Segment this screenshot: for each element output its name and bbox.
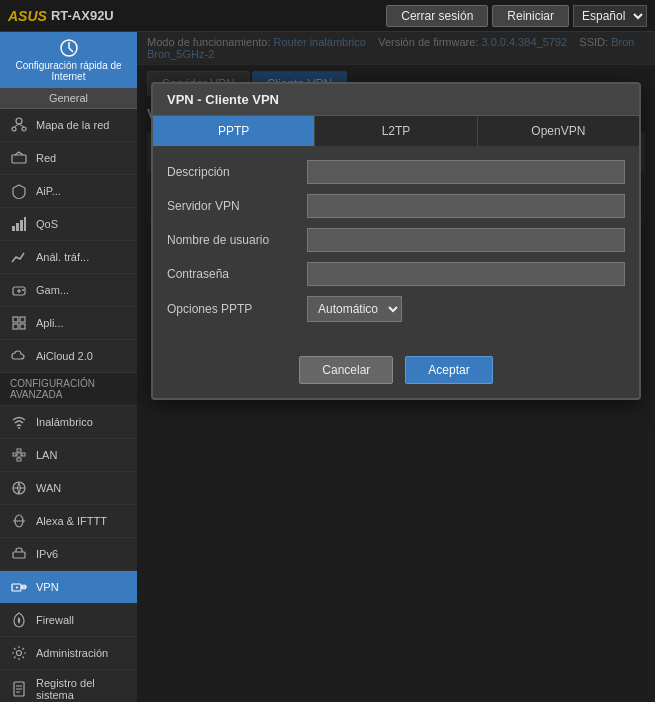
svg-rect-23 xyxy=(17,458,21,461)
sidebar-item-ipv6[interactable]: IPv6 xyxy=(0,538,137,571)
svg-rect-6 xyxy=(12,155,26,163)
modal-overlay: VPN - Cliente VPN PPTP L2TP OpenVPN Desc… xyxy=(137,32,655,702)
label-nombre-usuario: Nombre de usuario xyxy=(167,233,307,247)
label-servidor-vpn: Servidor VPN xyxy=(167,199,307,213)
svg-rect-22 xyxy=(17,449,21,452)
qos-icon xyxy=(10,215,28,233)
label-opciones-pptp: Opciones PPTP xyxy=(167,302,307,316)
protocol-tabs: PPTP L2TP OpenVPN xyxy=(153,116,639,146)
chart-icon xyxy=(10,248,28,266)
wan-icon xyxy=(10,479,28,497)
sidebar-label-alexa: Alexa & IFTTT xyxy=(36,515,107,527)
sidebar-item-alexa[interactable]: Alexa & IFTTT xyxy=(0,505,137,538)
sidebar-item-wan[interactable]: WAN xyxy=(0,472,137,505)
input-servidor-vpn[interactable] xyxy=(307,194,625,218)
svg-rect-16 xyxy=(20,317,25,322)
label-descripcion: Descripción xyxy=(167,165,307,179)
sidebar-item-aplicaciones[interactable]: Apli... xyxy=(0,307,137,340)
vpn-icon xyxy=(10,578,28,596)
svg-line-4 xyxy=(14,124,19,127)
sidebar-item-firewall[interactable]: Firewall xyxy=(0,604,137,637)
sidebar-general[interactable]: General xyxy=(0,88,137,109)
sidebar-item-registro[interactable]: Registro del sistema xyxy=(0,670,137,702)
svg-rect-7 xyxy=(12,226,15,231)
logout-button[interactable]: Cerrar sesión xyxy=(386,5,488,27)
accept-button[interactable]: Aceptar xyxy=(405,356,492,384)
vpn-modal: VPN - Cliente VPN PPTP L2TP OpenVPN Desc… xyxy=(151,82,641,400)
form-row-contrasena: Contraseña xyxy=(167,262,625,286)
svg-rect-18 xyxy=(20,324,25,329)
input-descripcion[interactable] xyxy=(307,160,625,184)
sidebar-label-qos: QoS xyxy=(36,218,58,230)
svg-point-36 xyxy=(17,651,22,656)
svg-rect-32 xyxy=(13,552,25,558)
protocol-tab-pptp[interactable]: PPTP xyxy=(153,116,315,146)
cancel-button[interactable]: Cancelar xyxy=(299,356,393,384)
asus-logo: ASUS xyxy=(8,8,47,24)
header: ASUS RT-AX92U Cerrar sesión Reiniciar Es… xyxy=(0,0,655,32)
input-nombre-usuario[interactable] xyxy=(307,228,625,252)
svg-point-19 xyxy=(18,427,20,429)
svg-rect-9 xyxy=(20,220,23,231)
apps-icon xyxy=(10,314,28,332)
sidebar-label-ipv6: IPv6 xyxy=(36,548,58,560)
shield-icon xyxy=(10,182,28,200)
log-icon xyxy=(10,680,28,698)
svg-point-3 xyxy=(22,127,26,131)
sidebar-item-gaming[interactable]: Gam... xyxy=(0,274,137,307)
sidebar-label-lan: LAN xyxy=(36,449,57,461)
network-icon xyxy=(10,149,28,167)
model-name: RT-AX92U xyxy=(51,8,114,23)
ipv6-icon xyxy=(10,545,28,563)
sidebar: Configuración rápida de Internet General… xyxy=(0,32,137,702)
network-map-icon xyxy=(10,116,28,134)
modal-form: Descripción Servidor VPN Nombre de usuar… xyxy=(153,146,639,346)
sidebar-item-aicloud[interactable]: AiCloud 2.0 xyxy=(0,340,137,373)
sidebar-label-aicloud: AiCloud 2.0 xyxy=(36,350,93,362)
protocol-tab-l2tp[interactable]: L2TP xyxy=(315,116,477,146)
protocol-tab-openvpn[interactable]: OpenVPN xyxy=(478,116,639,146)
modal-title: VPN - Cliente VPN xyxy=(153,84,639,116)
form-row-descripcion: Descripción xyxy=(167,160,625,184)
select-opciones-pptp[interactable]: Automático MPPE 128 MPPE 40 Sin MPPE xyxy=(307,296,402,322)
logo: ASUS RT-AX92U xyxy=(8,8,114,24)
firewall-icon xyxy=(10,611,28,629)
sidebar-label-red: Red xyxy=(36,152,56,164)
wifi-icon xyxy=(10,413,28,431)
svg-line-5 xyxy=(19,124,24,127)
sidebar-label-gaming: Gam... xyxy=(36,284,69,296)
svg-rect-8 xyxy=(16,223,19,231)
sidebar-label-mapa-red: Mapa de la red xyxy=(36,119,109,131)
sidebar-item-red[interactable]: Red xyxy=(0,142,137,175)
game-icon xyxy=(10,281,28,299)
sidebar-label-registro: Registro del sistema xyxy=(36,677,127,701)
form-row-servidor-vpn: Servidor VPN xyxy=(167,194,625,218)
svg-rect-17 xyxy=(13,324,18,329)
form-row-opciones-pptp: Opciones PPTP Automático MPPE 128 MPPE 4… xyxy=(167,296,625,322)
sidebar-item-administracion[interactable]: Administración xyxy=(0,637,137,670)
restart-button[interactable]: Reiniciar xyxy=(492,5,569,27)
svg-point-35 xyxy=(16,587,18,589)
alexa-icon xyxy=(10,512,28,530)
lan-icon xyxy=(10,446,28,464)
svg-rect-15 xyxy=(13,317,18,322)
sidebar-item-aiprotection[interactable]: AiP... xyxy=(0,175,137,208)
sidebar-quick-config[interactable]: Configuración rápida de Internet xyxy=(0,32,137,88)
sidebar-label-aiprotection: AiP... xyxy=(36,185,61,197)
main-layout: Configuración rápida de Internet General… xyxy=(0,32,655,702)
sidebar-item-qos[interactable]: QoS xyxy=(0,208,137,241)
sidebar-item-inalambrico[interactable]: Inalámbrico xyxy=(0,406,137,439)
sidebar-label-administracion: Administración xyxy=(36,647,108,659)
form-row-nombre-usuario: Nombre de usuario xyxy=(167,228,625,252)
content-area: Modo de funcionamiento: Router inalámbri… xyxy=(137,32,655,702)
sidebar-item-mapa-red[interactable]: Mapa de la red xyxy=(0,109,137,142)
sidebar-label-firewall: Firewall xyxy=(36,614,74,626)
sidebar-item-analisis[interactable]: Anál. tráf... xyxy=(0,241,137,274)
sidebar-label-aplicaciones: Apli... xyxy=(36,317,64,329)
sidebar-label-vpn: VPN xyxy=(36,581,59,593)
sidebar-item-vpn[interactable]: VPN xyxy=(0,571,137,604)
language-select[interactable]: Español English xyxy=(573,5,647,27)
sidebar-label-analisis: Anál. tráf... xyxy=(36,251,89,263)
sidebar-item-lan[interactable]: LAN xyxy=(0,439,137,472)
input-contrasena[interactable] xyxy=(307,262,625,286)
